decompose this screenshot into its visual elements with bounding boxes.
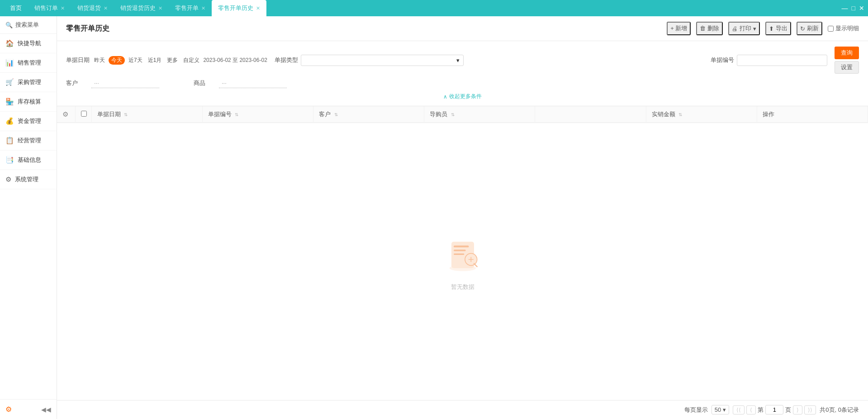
svg-rect-2 — [454, 245, 469, 247]
form-row-2: 客户 ··· 商品 ··· — [66, 78, 859, 88]
prev-page-button[interactable]: ⟨ — [746, 405, 756, 414]
page-label: 页 — [785, 406, 791, 414]
svg-rect-4 — [454, 253, 464, 254]
date-custom[interactable]: 自定义 — [181, 56, 201, 65]
settings-button[interactable]: 设置 — [835, 61, 859, 74]
collapse-sidebar-icon[interactable]: ◀◀ — [41, 406, 51, 413]
close-button[interactable]: ✕ — [859, 5, 864, 12]
empty-illustration — [440, 232, 485, 278]
tab-sales-return[interactable]: 销货退货 ✕ — [71, 0, 114, 16]
col-action: 操作 — [757, 106, 868, 123]
sidebar-item-inventory[interactable]: 🏪 库存核算 — [0, 92, 57, 112]
last-page-button[interactable]: ⟩⟩ — [804, 405, 816, 414]
bill-type-label: 单据类型 — [275, 56, 298, 64]
bill-no-label: 单据编号 — [711, 56, 734, 64]
chevron-up-icon: ∧ — [443, 94, 447, 100]
content-area: 零售开单历史 + 新增 🗑 删除 🖨 打印 ▾ ⬆ 导出 ↻ 刷新 — [57, 16, 868, 419]
maximize-button[interactable]: □ — [852, 5, 855, 12]
sidebar-item-system-mgmt[interactable]: ⚙ 系统管理 — [0, 170, 57, 189]
sort-icon[interactable]: ⇅ — [334, 112, 338, 117]
col-guide: 导购员 ⇅ — [424, 106, 535, 123]
close-icon[interactable]: ✕ — [201, 5, 205, 11]
sidebar-item-operations[interactable]: 📋 经营管理 — [0, 131, 57, 151]
date-today[interactable]: 今天 — [109, 56, 125, 65]
sort-icon[interactable]: ⇅ — [124, 112, 128, 117]
page-title: 零售开单历史 — [66, 24, 109, 33]
sidebar-item-sales-mgmt[interactable]: 📊 销售管理 — [0, 53, 57, 73]
col-amount: 实销金额 ⇅ — [646, 106, 757, 123]
date-label: 单据日期 — [66, 56, 90, 64]
sidebar-item-finance[interactable]: 💰 资金管理 — [0, 112, 57, 131]
tab-retail-open-history[interactable]: 零售开单历史 ✕ — [212, 0, 266, 16]
add-button[interactable]: + 新增 — [667, 22, 691, 35]
customer-input[interactable]: ··· — [91, 78, 159, 88]
print-icon: 🖨 — [732, 25, 738, 32]
pagination-summary: 共0页, 0条记录 — [820, 406, 859, 414]
sidebar-search[interactable]: 🔍 搜索菜单 — [0, 16, 57, 34]
main-layout: 🔍 搜索菜单 🏠 快捷导航 📊 销售管理 🛒 采购管理 🏪 库存核算 💰 资金管… — [0, 16, 868, 419]
close-icon[interactable]: ✕ — [158, 5, 162, 11]
page-header: 零售开单历史 + 新增 🗑 删除 🖨 打印 ▾ ⬆ 导出 ↻ 刷新 — [57, 16, 868, 41]
close-icon[interactable]: ✕ — [104, 5, 108, 11]
sidebar-item-quick-nav[interactable]: 🏠 快捷导航 — [0, 34, 57, 53]
close-icon[interactable]: ✕ — [256, 5, 260, 11]
display-cols-checkbox[interactable] — [828, 26, 834, 32]
tab-sales-return-history[interactable]: 销货退货历史 ✕ — [114, 0, 169, 16]
pagination: 每页显示 50 ▾ ⟨⟨ ⟨ 第 页 ⟩ ⟩⟩ 共0页, 0条记录 — [57, 400, 868, 419]
page-nav: ⟨⟨ ⟨ 第 页 ⟩ ⟩⟩ — [733, 405, 816, 414]
chevron-down-icon: ▾ — [753, 25, 756, 32]
col-date: 单据日期 ⇅ — [91, 106, 202, 123]
minimize-button[interactable]: — — [842, 5, 848, 12]
header-actions: + 新增 🗑 删除 🖨 打印 ▾ ⬆ 导出 ↻ 刷新 显示明细 — [667, 22, 859, 35]
close-icon[interactable]: ✕ — [61, 5, 65, 11]
chevron-down-icon: ▾ — [456, 57, 460, 64]
bill-type-select[interactable]: ▾ — [301, 55, 464, 66]
date-1month[interactable]: 近1月 — [146, 56, 164, 65]
first-page-button[interactable]: ⟨⟨ — [733, 405, 745, 414]
doc-icon: 📑 — [5, 156, 14, 164]
sidebar-item-purchase-mgmt[interactable]: 🛒 采购管理 — [0, 73, 57, 92]
settings-icon[interactable]: ⚙ — [5, 405, 12, 414]
sort-icon[interactable]: ⇅ — [235, 112, 238, 117]
tab-retail-open[interactable]: 零售开单 ✕ — [169, 0, 212, 16]
bill-no-input[interactable] — [737, 55, 827, 66]
form-row-1: 单据日期 昨天 今天 近7天 近1月 更多 自定义 2023-06-02 至 2… — [66, 47, 859, 74]
clipboard-icon: 📋 — [5, 137, 14, 145]
top-tabbar: 首页 销售订单 ✕ 销货退货 ✕ 销货退货历史 ✕ 零售开单 ✕ 零售开单历史 … — [0, 0, 868, 16]
display-cols-toggle[interactable]: 显示明细 — [828, 24, 859, 33]
table-settings-icon[interactable]: ⚙ — [62, 110, 68, 118]
collapse-btn[interactable]: ∧ 收起更多条件 — [443, 93, 482, 100]
product-input[interactable]: ··· — [219, 78, 287, 88]
print-button[interactable]: 🖨 打印 ▾ — [728, 22, 760, 35]
page-size-select[interactable]: 50 ▾ — [711, 405, 729, 414]
customer-field: 客户 ··· — [66, 78, 159, 88]
next-page-button[interactable]: ⟩ — [793, 405, 802, 414]
date-7days[interactable]: 近7天 — [127, 56, 144, 65]
product-field: 商品 ··· — [194, 78, 287, 88]
refresh-button[interactable]: ↻ 刷新 — [797, 22, 822, 35]
query-button[interactable]: 查询 — [835, 47, 859, 59]
refresh-icon: ↻ — [800, 25, 805, 32]
delete-button[interactable]: 🗑 删除 — [696, 22, 723, 35]
sort-icon[interactable]: ⇅ — [678, 112, 682, 117]
page-number-input[interactable] — [765, 405, 783, 414]
empty-text: 暂无数据 — [451, 283, 474, 291]
sort-icon[interactable]: ⇅ — [451, 112, 455, 117]
sidebar-item-base-info[interactable]: 📑 基础信息 — [0, 151, 57, 170]
date-more[interactable]: 更多 — [165, 56, 180, 65]
date-group: 昨天 今天 近7天 近1月 更多 自定义 2023-06-02 至 2023-0… — [92, 56, 267, 65]
export-button[interactable]: ⬆ 导出 — [765, 22, 791, 35]
date-yesterday[interactable]: 昨天 — [92, 56, 107, 65]
col-spacer — [535, 106, 646, 123]
product-label: 商品 — [194, 79, 216, 87]
page-size-label: 每页显示 — [684, 406, 708, 414]
select-all-checkbox[interactable] — [81, 111, 87, 117]
export-icon: ⬆ — [769, 25, 774, 32]
collapse-row: ∧ 收起更多条件 — [66, 93, 859, 100]
sidebar-bottom: ⚙ ◀◀ — [0, 399, 57, 419]
table-container: ⚙ 单据日期 ⇅ 单据编号 ⇅ — [57, 106, 868, 419]
tab-home[interactable]: 首页 — [4, 0, 28, 16]
tab-sales-order[interactable]: 销售订单 ✕ — [28, 0, 71, 16]
gear-icon: ⚙ — [5, 175, 11, 184]
chart-icon: 📊 — [5, 59, 14, 67]
